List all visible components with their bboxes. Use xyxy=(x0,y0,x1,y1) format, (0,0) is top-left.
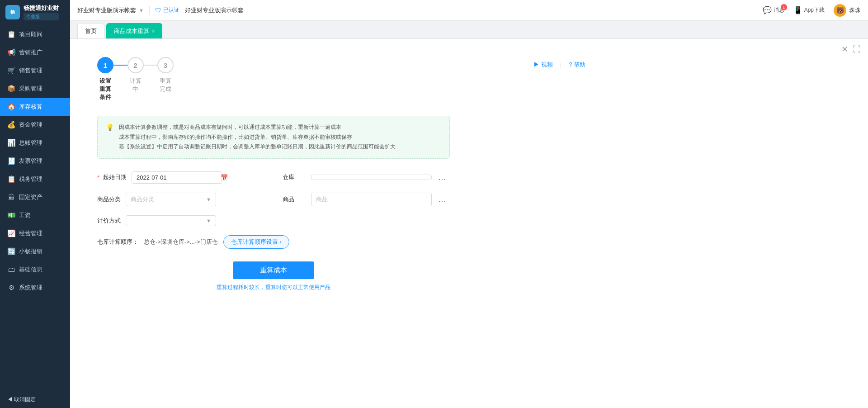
recalc-section: 重算成本 重算过程耗时较长，重算时您可以正常使用产品 xyxy=(97,261,450,291)
pricing-label: 计价方式 xyxy=(97,217,122,225)
warehouse-order-settings-btn[interactable]: 仓库计算顺序设置 › xyxy=(223,235,289,249)
sidebar-item-inventory[interactable]: 🏠 库存核算 xyxy=(0,98,70,116)
start-date-input[interactable] xyxy=(132,172,217,183)
account-name: 好业财专业版演示帐套 xyxy=(77,6,136,14)
required-mark: * xyxy=(97,174,99,181)
close-button[interactable]: ✕ xyxy=(841,44,848,54)
verified-account-name: 好业财专业版演示帐套 xyxy=(185,6,244,14)
sidebar-item-marketing[interactable]: 📢 营销推广 xyxy=(0,43,70,62)
warehouse-more-btn[interactable]: … xyxy=(435,172,450,183)
edition-badge: 专业版 xyxy=(24,13,59,20)
step-label-step2: 计算中 xyxy=(127,77,144,93)
sidebar-item-purchase[interactable]: 📦 采购管理 xyxy=(0,80,70,98)
topbar: 好业财专业版演示帐套 ▼ 🛡 已认证 好业财专业版演示帐套 💬 消息 1 📱 A… xyxy=(70,0,868,21)
warehouse-field: 仓库 … xyxy=(283,172,450,183)
pricing-field: 计价方式 ▼ xyxy=(97,215,264,226)
sidebar-icon-invoice: 🧾 xyxy=(7,157,15,165)
sidebar-label-salary: 工资 xyxy=(19,211,31,219)
sidebar-icon-purchase: 📦 xyxy=(7,85,15,93)
avatar: 🐻 xyxy=(834,4,846,17)
step-circle-step3: 3 xyxy=(157,57,174,73)
tab-home[interactable]: 首页 xyxy=(77,23,104,38)
sidebar-label-finance: 资金管理 xyxy=(19,121,42,129)
video-link[interactable]: ▶ 视频 xyxy=(533,61,553,69)
user-menu[interactable]: 🐻 珠珠 xyxy=(834,4,861,17)
warehouse-input[interactable] xyxy=(311,175,432,180)
notification-count: 1 xyxy=(781,4,787,10)
topbar-actions: 💬 消息 1 📱 App下载 🐻 珠珠 xyxy=(763,4,861,17)
app-download-action[interactable]: 📱 App下载 xyxy=(793,6,825,14)
verified-badge: 🛡 已认证 xyxy=(155,6,179,14)
warehouse-label: 仓库 xyxy=(283,173,307,181)
product-placeholder: 商品 xyxy=(316,195,328,204)
sidebar-label-marketing: 营销推广 xyxy=(19,48,42,57)
tab-label-home: 首页 xyxy=(85,27,97,35)
tabbar: 首页商品成本重算× xyxy=(70,21,868,39)
sidebar-title-group: 畅捷通好业财 专业版 xyxy=(24,5,59,20)
pricing-select[interactable]: ▼ xyxy=(126,215,216,226)
sidebar-item-operations[interactable]: 📈 经营管理 xyxy=(0,224,70,242)
product-label: 商品 xyxy=(283,195,307,204)
sidebar-label-accounting: 总账管理 xyxy=(19,139,42,147)
step-circle-step2: 2 xyxy=(127,57,144,73)
message-action[interactable]: 💬 消息 1 xyxy=(763,6,784,14)
sidebar-item-invoice[interactable]: 🧾 发票管理 xyxy=(0,152,70,170)
account-dropdown-icon: ▼ xyxy=(139,8,144,13)
product-input[interactable]: 商品 xyxy=(311,193,432,206)
sidebar-icon-sales: 🛒 xyxy=(7,66,15,75)
unpin-button[interactable]: ◀ 取消固定 xyxy=(0,391,70,408)
username: 珠珠 xyxy=(849,6,861,14)
sidebar-item-basic[interactable]: 🗃 基础信息 xyxy=(0,261,70,279)
recalc-button[interactable]: 重算成本 xyxy=(233,261,314,279)
sidebar-item-xiaochang[interactable]: 🔄 小畅报销 xyxy=(0,242,70,261)
help-link[interactable]: ? 帮助 xyxy=(569,61,585,69)
product-field: 商品 商品 … xyxy=(283,193,450,206)
sidebar-label-tax: 税务管理 xyxy=(19,175,42,183)
sidebar-icon-salary: 💵 xyxy=(7,211,15,219)
sidebar-icon-assets: 🏛 xyxy=(7,193,15,201)
sidebar-icon-project: 📋 xyxy=(7,30,15,38)
start-date-label: 起始日期 xyxy=(103,173,128,181)
expand-button[interactable]: ⛶ xyxy=(853,45,861,54)
sidebar-label-basic: 基础信息 xyxy=(19,266,42,274)
page-content: 1 设置重算条件 2 计算中 3 重算完成 ▶ 视频 | ? 帮助 💡 因成本计… xyxy=(70,39,613,309)
sidebar-label-project: 项目顾问 xyxy=(19,30,42,38)
sidebar-icon-basic: 🗃 xyxy=(7,266,15,274)
category-arrow-icon: ▼ xyxy=(206,197,211,202)
sidebar-item-salary[interactable]: 💵 工资 xyxy=(0,206,70,224)
start-date-input-wrapper[interactable]: 📅 xyxy=(132,171,222,184)
notice-text: 因成本计算参数调整，或是对商品成本有疑问时，可以通过成本重算功能，重新计算一遍成… xyxy=(119,123,396,152)
sidebar-icon-marketing: 📢 xyxy=(7,48,15,57)
sidebar-label-operations: 经营管理 xyxy=(19,229,42,237)
step-label-step1: 设置重算条件 xyxy=(97,77,113,101)
account-selector[interactable]: 好业财专业版演示帐套 ▼ xyxy=(77,6,144,14)
content-area: ✕ ⛶ 1 设置重算条件 2 计算中 3 重算完成 ▶ 视频 | ? 帮助 💡 xyxy=(70,39,868,408)
sidebar-item-accounting[interactable]: 📊 总账管理 xyxy=(0,134,70,152)
sidebar-item-finance[interactable]: 💰 资金管理 xyxy=(0,116,70,134)
lightbulb-icon: 💡 xyxy=(106,123,114,152)
sidebar-item-assets[interactable]: 🏛 固定资产 xyxy=(0,188,70,206)
pricing-arrow-icon: ▼ xyxy=(206,218,211,223)
product-more-btn[interactable]: … xyxy=(435,194,450,205)
step-line-0 xyxy=(113,65,127,66)
sidebar-icon-inventory: 🏠 xyxy=(7,103,15,111)
sidebar-icon-xiaochang: 🔄 xyxy=(7,247,15,256)
sidebar-label-sales: 销售管理 xyxy=(19,66,42,75)
sidebar-item-tax[interactable]: 📋 税务管理 xyxy=(0,170,70,188)
sidebar-item-project[interactable]: 📋 项目顾问 xyxy=(0,25,70,43)
sidebar-item-sales[interactable]: 🛒 销售管理 xyxy=(0,62,70,80)
warehouse-order-value: 总仓->深圳仓库->...->门店仓 xyxy=(144,238,218,246)
tab-label-recalc: 商品成本重算 xyxy=(114,27,149,35)
tab-close-recalc[interactable]: × xyxy=(152,28,155,34)
sidebar-label-invoice: 发票管理 xyxy=(19,157,42,165)
category-select[interactable]: 商品分类 ▼ xyxy=(126,193,216,206)
category-field: 商品分类 商品分类 ▼ xyxy=(97,193,264,206)
sidebar-icon-system: ⚙ xyxy=(7,284,15,292)
category-label: 商品分类 xyxy=(97,195,122,204)
tab-recalc[interactable]: 商品成本重算× xyxy=(106,23,162,38)
calendar-icon[interactable]: 📅 xyxy=(217,172,231,183)
sidebar-icon-accounting: 📊 xyxy=(7,139,15,147)
form-row-1: * 起始日期 📅 仓库 … xyxy=(97,171,450,184)
sidebar-item-system[interactable]: ⚙ 系统管理 xyxy=(0,279,70,297)
form-row-3: 计价方式 ▼ xyxy=(97,215,450,226)
